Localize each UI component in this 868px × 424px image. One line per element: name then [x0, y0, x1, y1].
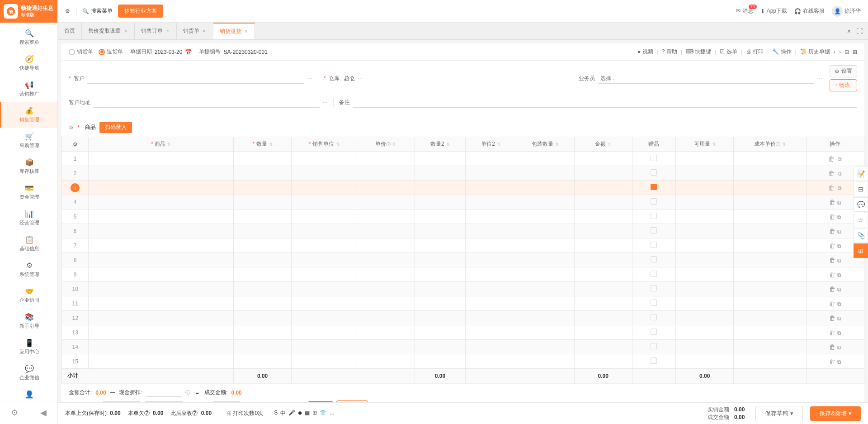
cost-cell-1[interactable]: [734, 152, 806, 166]
gift-checkbox-7[interactable]: [651, 242, 657, 248]
calendar-icon[interactable]: 📅: [185, 49, 192, 55]
nav-settings[interactable]: ⚙ 搜索菜单: [65, 8, 70, 14]
tab-home[interactable]: 首页: [58, 23, 82, 40]
unit-cell-2[interactable]: [292, 166, 357, 181]
address-input[interactable]: [93, 97, 320, 108]
delete-add-row-btn[interactable]: 🗑: [828, 184, 835, 191]
copy-row-15-btn[interactable]: ⧉: [837, 359, 841, 365]
right-tool-chat-btn[interactable]: 💬: [854, 197, 868, 212]
unit2-cell-1[interactable]: [466, 152, 516, 166]
amount-cell-2[interactable]: [574, 166, 632, 181]
radio-return[interactable]: 退货单: [99, 48, 123, 56]
sidebar-collapse-btn[interactable]: ◀: [38, 405, 49, 420]
copy-add-row-btn[interactable]: ⧉: [838, 185, 842, 191]
save-new-btn[interactable]: 保存&新增 ▾: [810, 406, 861, 421]
customer-input[interactable]: [87, 73, 305, 84]
operation-link[interactable]: 🔧 操作: [772, 48, 791, 56]
view-grid2-btn[interactable]: ⊞: [853, 49, 857, 55]
copy-row-7-btn[interactable]: ⧉: [837, 243, 841, 249]
sidebar-item-system[interactable]: ⚙ 系统管理: [0, 257, 57, 282]
sort-qty2-icon[interactable]: ⇅: [446, 142, 450, 147]
sort-amount-icon[interactable]: ⇅: [608, 142, 611, 147]
online-service-btn[interactable]: 🎧 在线客服: [794, 7, 825, 15]
delete-row-14-btn[interactable]: 🗑: [829, 343, 835, 351]
sidebar-settings-btn[interactable]: ⚙: [8, 405, 21, 420]
copy-row-14-btn[interactable]: ⧉: [837, 344, 841, 351]
message-btn[interactable]: ✉ 70 消息: [736, 7, 753, 15]
shortcut-link[interactable]: ⌨ 快捷键: [686, 48, 711, 56]
sidebar-item-search[interactable]: 🔍 搜索菜单: [0, 24, 57, 50]
save-draft-btn[interactable]: 保存草稿 ▾: [755, 406, 803, 421]
staff-input[interactable]: [598, 73, 814, 84]
price-cell-2[interactable]: [357, 166, 415, 181]
tool-3[interactable]: 🎤: [288, 410, 295, 417]
right-tool-table-btn[interactable]: ⊟: [854, 182, 868, 196]
copy-row-4-btn[interactable]: ⧉: [837, 200, 841, 206]
gift-checkbox-1[interactable]: [651, 155, 657, 161]
sort-cost-icon[interactable]: ⇅: [782, 142, 786, 147]
gear-header-icon[interactable]: ⚙: [73, 141, 78, 148]
gift-checkbox-15[interactable]: [651, 357, 657, 364]
app-download-btn[interactable]: ⬇ App下载: [760, 7, 787, 15]
qty2-cell-2[interactable]: [415, 166, 465, 181]
pkg-cell-2[interactable]: [516, 166, 574, 181]
right-tool-active-btn[interactable]: ⊞: [854, 243, 868, 258]
sidebar-item-base[interactable]: 📋 基础信息: [0, 231, 57, 257]
tool-4[interactable]: ◆: [298, 410, 302, 417]
copy-row-13-btn[interactable]: ⧉: [837, 330, 841, 336]
tool-7[interactable]: 👕: [320, 410, 326, 417]
copy-row-8-btn[interactable]: ⧉: [837, 257, 841, 264]
price-cell-add[interactable]: [357, 181, 415, 195]
avail-cell-add[interactable]: [676, 181, 734, 195]
tab-expand-btn[interactable]: ⛶: [854, 26, 864, 37]
amount-cell-1[interactable]: [574, 152, 632, 166]
cost-cell-add[interactable]: [734, 181, 806, 195]
tab-sale-return[interactable]: 销货退货 ×: [213, 23, 255, 40]
pkg-cell-add[interactable]: [516, 181, 574, 195]
delete-row-2-btn[interactable]: 🗑: [828, 170, 835, 177]
avail-cell-2[interactable]: [676, 166, 734, 181]
copy-row-9-btn[interactable]: ⧉: [837, 272, 841, 278]
tab-close-sale-order[interactable]: ×: [165, 28, 170, 34]
gift-checkbox-2[interactable]: [651, 169, 657, 176]
qty2-cell-1[interactable]: [415, 152, 465, 166]
radio-sale[interactable]: 销货单: [69, 48, 93, 56]
delete-row-11-btn[interactable]: 🗑: [829, 300, 835, 307]
gift-checkbox-11[interactable]: [651, 300, 657, 306]
history-link[interactable]: 📜 历史单据: [800, 48, 830, 56]
video-link[interactable]: ● 视频: [637, 48, 653, 56]
sort-qty-icon[interactable]: ⇅: [269, 142, 273, 147]
unit2-cell-2[interactable]: [466, 166, 516, 181]
next-record-btn[interactable]: ›: [839, 49, 841, 55]
tab-close-all-btn[interactable]: ×: [845, 26, 853, 37]
copy-row-2-btn[interactable]: ⧉: [838, 171, 842, 177]
product-cell-add[interactable]: [89, 181, 234, 195]
sidebar-item-app[interactable]: 📱 应用中心: [0, 334, 57, 360]
sidebar-item-operate[interactable]: 📊 经营管理: [0, 205, 57, 231]
qty-cell-1[interactable]: [233, 152, 291, 166]
tool-5[interactable]: ▦: [305, 410, 310, 417]
pkg-cell-1[interactable]: [516, 152, 574, 166]
scan-input-btn[interactable]: 扫码录入: [99, 122, 132, 133]
sidebar-item-member[interactable]: 👤 畅会员: [0, 386, 57, 401]
sidebar-item-newbie[interactable]: 📚 新手引导: [0, 308, 57, 334]
sort-price-icon[interactable]: ⇅: [392, 142, 396, 147]
avail-cell-1[interactable]: [676, 152, 734, 166]
delete-row-13-btn[interactable]: 🗑: [829, 329, 835, 336]
customer-dots-btn[interactable]: ···: [307, 75, 312, 82]
unit-cell-1[interactable]: [292, 152, 357, 166]
delete-row-7-btn[interactable]: 🗑: [829, 242, 835, 249]
gift-checkbox-4[interactable]: [651, 198, 657, 205]
tool-2[interactable]: 中: [280, 410, 286, 417]
discount-input[interactable]: [146, 388, 182, 397]
header-search[interactable]: 🔍 搜索菜单: [82, 7, 113, 15]
gear-table-icon[interactable]: ⚙: [69, 124, 74, 131]
copy-row-11-btn[interactable]: ⧉: [837, 301, 841, 307]
product-cell-1[interactable]: [89, 152, 234, 166]
gift-checkbox-8[interactable]: [651, 256, 657, 262]
gift-cell-2[interactable]: [632, 166, 675, 181]
amount-cell-add[interactable]: [574, 181, 632, 195]
add-row-btn-cell[interactable]: +: [62, 181, 89, 195]
unit2-cell-add[interactable]: [466, 181, 516, 195]
gift-checkbox-9[interactable]: [651, 271, 657, 277]
